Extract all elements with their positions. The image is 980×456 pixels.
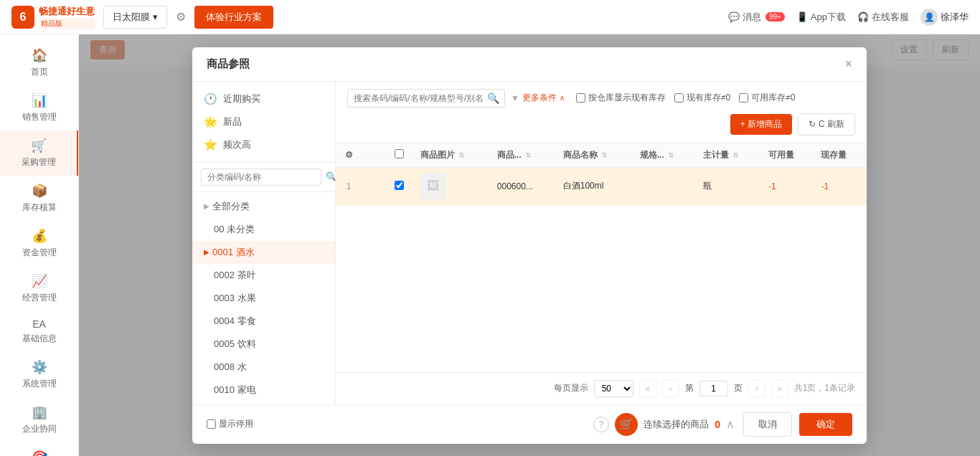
show-disabled-checkbox[interactable]: [207, 419, 216, 429]
sidebar-label-sales: 销售管理: [22, 111, 57, 123]
select-all-checkbox[interactable]: [395, 149, 404, 158]
category-item-0002[interactable]: 0002 茶叶: [192, 264, 335, 287]
recent-icon: 🕐: [204, 92, 217, 105]
main-layout: 🏠 首页 📊 销售管理 🛒 采购管理 📦 库存核算 💰 资金管理 📈 经营管理 …: [0, 34, 980, 456]
category-search-input[interactable]: [201, 168, 321, 186]
trial-btn[interactable]: 体验行业方案: [194, 6, 273, 29]
th-name[interactable]: 商品名称 ⇅: [556, 143, 633, 168]
td-code-1: 000600...: [490, 167, 556, 205]
user-avatar[interactable]: 👤 徐泽华: [920, 9, 969, 26]
page-suffix: 页: [734, 382, 743, 394]
footer-right: 取消 确定: [743, 412, 852, 437]
recent-label: 近期购买: [223, 92, 260, 105]
product-image-1: 🖼: [420, 174, 446, 199]
category-item-0003[interactable]: 0003 水果: [192, 287, 335, 310]
refresh-label: C 刷新: [819, 118, 844, 130]
new-products-tab[interactable]: 🌟 新品: [192, 110, 335, 133]
refresh-btn[interactable]: ↻ C 刷新: [798, 113, 855, 136]
prev-page-btn[interactable]: ‹: [662, 380, 679, 397]
checkbox-available-input[interactable]: [739, 93, 748, 103]
filter-btn[interactable]: ▼ 更多条件 ∧: [511, 89, 565, 107]
filter-checkboxes: 按仓库显示现有库存 现有库存≠0 可用库存≠0: [576, 92, 796, 104]
th-spec[interactable]: 规格... ⇅: [633, 143, 696, 168]
category-item-0001[interactable]: ▶ 0001 酒水: [192, 241, 335, 264]
logo-area: 6 畅捷通好生意 精品版: [11, 5, 95, 29]
store-dropdown[interactable]: 日太阳膜 ▾: [103, 6, 167, 29]
category-search-icon[interactable]: 🔍: [326, 171, 336, 182]
th-settings[interactable]: ⚙: [336, 143, 362, 168]
row-checkbox-1[interactable]: [395, 181, 404, 190]
app-download-btn[interactable]: 📱 App下载: [796, 11, 846, 24]
next-page-btn[interactable]: ›: [748, 380, 765, 397]
cart-btn[interactable]: 🛒: [615, 413, 638, 436]
td-available-1: -1: [761, 167, 814, 205]
confirm-btn[interactable]: 确定: [799, 413, 852, 436]
th-code[interactable]: 商品... ⇅: [490, 143, 556, 168]
category-label-00: 00 未分类: [204, 223, 255, 236]
frequent-tab[interactable]: ⭐ 频次高: [192, 133, 335, 156]
td-spec-1: [633, 167, 696, 205]
category-item-0008[interactable]: 0008 水: [192, 356, 335, 379]
checkbox3-label: 可用库存≠0: [751, 92, 795, 104]
checkbox-stock-input[interactable]: [674, 93, 684, 103]
checkbox-warehouse-input[interactable]: [576, 93, 585, 103]
messages-btn[interactable]: 💬 消息 99+: [728, 11, 785, 24]
help-icon[interactable]: ?: [593, 417, 609, 432]
main-search-input[interactable]: [347, 89, 505, 108]
checkbox-available-nonzero[interactable]: 可用库存≠0: [739, 92, 795, 104]
page-label: 第: [685, 382, 694, 394]
sidebar-label-home: 首页: [31, 66, 48, 78]
category-item-0004[interactable]: 0004 零食: [192, 310, 335, 333]
cancel-btn[interactable]: 取消: [743, 412, 792, 437]
category-item-00[interactable]: 00 未分类: [192, 218, 335, 241]
sidebar-item-base[interactable]: EA 基础信息: [0, 311, 78, 352]
sidebar-item-system[interactable]: ⚙️ 系统管理: [0, 352, 78, 397]
th-image[interactable]: 商品图片 ⇅: [413, 143, 490, 168]
sales-icon: 📊: [32, 92, 47, 108]
edition-badge: 精品版: [39, 18, 95, 29]
image-placeholder-icon: 🖼: [427, 179, 440, 194]
sidebar-item-stock[interactable]: 📦 库存核算: [0, 176, 78, 221]
sidebar-label-system: 系统管理: [22, 378, 57, 390]
product-table-wrap: ⚙ 商品图片 ⇅: [336, 143, 867, 372]
modal-close-btn[interactable]: ×: [844, 57, 852, 70]
last-page-btn[interactable]: »: [771, 380, 788, 397]
table-row[interactable]: 1 🖼: [336, 167, 867, 205]
nav-right: 💬 消息 99+ 📱 App下载 🎧 在线客服 👤 徐泽华: [728, 9, 969, 26]
category-item-all[interactable]: ▶ 全部分类: [192, 195, 335, 218]
show-disabled-label[interactable]: 显示停用: [207, 418, 253, 430]
add-product-btn[interactable]: + 新增商品: [730, 114, 792, 135]
sidebar-item-finance[interactable]: 💰 资金管理: [0, 221, 78, 266]
category-item-0005[interactable]: 0005 饮料: [192, 333, 335, 356]
category-label-all: 全部分类: [212, 200, 250, 213]
td-checkbox-1[interactable]: [387, 167, 413, 205]
category-item-0010[interactable]: 0010 家电: [192, 379, 335, 402]
collapse-panel-btn[interactable]: ‹‹: [335, 202, 336, 238]
recent-purchase-tab[interactable]: 🕐 近期购买: [192, 87, 335, 110]
checkbox-warehouse[interactable]: 按仓库显示现有库存: [576, 92, 666, 104]
product-code-1: 000600...: [497, 181, 533, 191]
enterprise-icon: 🏢: [32, 404, 47, 420]
checkbox-stock-nonzero[interactable]: 现有库存≠0: [674, 92, 730, 104]
sidebar-item-home[interactable]: 🏠 首页: [0, 40, 78, 85]
online-service-btn[interactable]: 🎧 在线客服: [857, 11, 909, 24]
page-total: 共1页，1条记录: [794, 382, 855, 394]
cart-collapse-icon[interactable]: ∧: [726, 417, 735, 431]
settings-icon[interactable]: ⚙: [176, 10, 186, 24]
page-size-select[interactable]: 50 10 20 100: [594, 380, 633, 397]
sidebar-item-enterprise[interactable]: 🏢 企业协同: [0, 397, 78, 442]
modal-title: 商品参照: [207, 57, 250, 71]
sidebar-item-guide[interactable]: 🎯 新手引导: [0, 442, 78, 456]
product-available-1: -1: [768, 181, 776, 191]
content-area: 查询 设置 刷新 商品参照 × 🕐: [79, 34, 980, 456]
page-input[interactable]: [699, 381, 728, 396]
main-search-icon[interactable]: 🔍: [487, 92, 499, 104]
category-label-0002: 0002 茶叶: [204, 269, 256, 282]
category-label-0004: 0004 零食: [204, 315, 256, 328]
sidebar-item-purchase[interactable]: 🛒 采购管理: [0, 130, 78, 176]
th-unit[interactable]: 主计量 ⇅: [696, 143, 761, 168]
sidebar-item-sales[interactable]: 📊 销售管理: [0, 85, 78, 130]
first-page-btn[interactable]: «: [639, 380, 656, 397]
finance-icon: 💰: [32, 228, 47, 244]
sidebar-item-business[interactable]: 📈 经营管理: [0, 266, 78, 311]
